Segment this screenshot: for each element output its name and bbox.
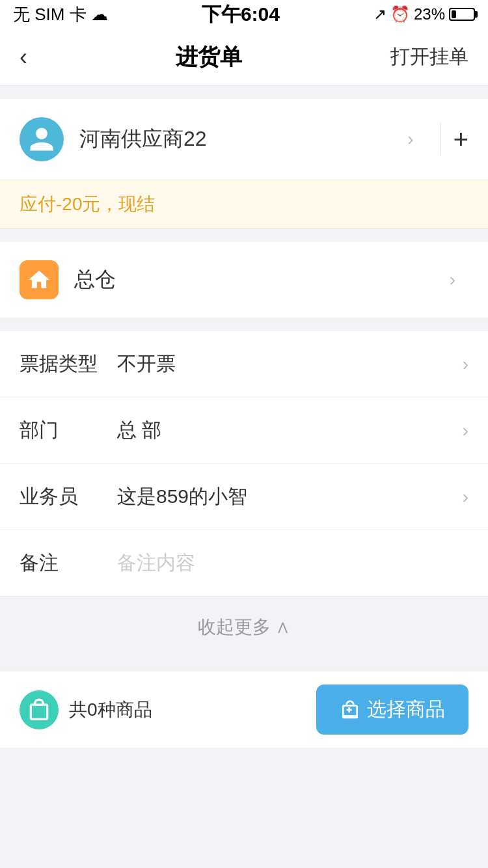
product-count-area: 共0种商品 [20,690,152,729]
form-row-department[interactable]: 部门 总 部 › [0,398,488,464]
page-title: 进货单 [176,42,242,72]
person-icon [27,125,56,154]
page-content: 河南供应商22 › + 应付-20元，现结 总仓 › 票据类型 不开票 › 部门… [0,86,488,868]
add-product-icon [340,699,360,720]
product-icon [20,690,59,729]
department-chevron-icon: › [463,420,468,441]
product-count-text: 共0种商品 [69,698,152,722]
salesperson-label: 业务员 [20,483,111,510]
status-time: 下午6:04 [202,1,280,28]
battery-percent: 23% [414,5,445,23]
salesperson-chevron-icon: › [463,487,468,508]
status-right: ↗ ⏰ 23% [373,5,475,23]
battery-icon [449,8,475,21]
bottom-bar: 共0种商品 选择商品 [0,671,488,748]
add-button[interactable]: + [454,125,468,154]
salesperson-value: 这是859的小智 [111,483,463,510]
select-product-button[interactable]: 选择商品 [316,685,468,735]
alarm-icon: ⏰ [390,5,410,23]
department-label: 部门 [20,417,111,444]
form-row-salesperson[interactable]: 业务员 这是859的小智 › [0,464,488,530]
notice-text: 应付-20元，现结 [20,194,155,214]
form-section: 票据类型 不开票 › 部门 总 部 › 业务员 这是859的小智 › 备注 备注… [0,331,488,596]
ticket-type-label: 票据类型 [20,351,111,377]
collapse-label[interactable]: 收起更多 ∧ [198,615,291,640]
supplier-avatar [20,117,64,161]
status-bar: 无 SIM 卡 ☁ 下午6:04 ↗ ⏰ 23% [0,0,488,29]
section-gap-2 [0,658,488,671]
section-gap-1 [0,86,488,99]
shopping-bag-icon [27,698,51,722]
form-row-ticket-type[interactable]: 票据类型 不开票 › [0,331,488,398]
remark-label: 备注 [20,550,111,576]
open-pending-button[interactable]: 打开挂单 [390,44,468,70]
supplier-section: 河南供应商22 › + [0,99,488,180]
location-icon: ↗ [373,5,386,23]
remark-input[interactable]: 备注内容 [111,550,468,576]
select-product-label: 选择商品 [367,696,445,723]
form-row-remark[interactable]: 备注 备注内容 [0,530,488,596]
nav-bar: ‹ 进货单 打开挂单 [0,29,488,86]
collapse-row[interactable]: 收起更多 ∧ [0,596,488,658]
supplier-divider [440,123,441,156]
supplier-name[interactable]: 河南供应商22 [79,125,407,154]
warehouse-name: 总仓 [74,265,450,294]
home-icon [27,267,51,292]
notice-bar: 应付-20元，现结 [0,180,488,229]
warehouse-section[interactable]: 总仓 › [0,242,488,318]
status-left: 无 SIM 卡 ☁ [13,3,108,26]
ticket-type-value: 不开票 [111,351,463,377]
back-button[interactable]: ‹ [20,44,27,71]
supplier-chevron-icon: › [407,129,413,150]
warehouse-icon [20,260,59,299]
department-value: 总 部 [111,417,463,444]
warehouse-chevron-icon: › [450,269,455,290]
ticket-type-chevron-icon: › [463,354,468,375]
